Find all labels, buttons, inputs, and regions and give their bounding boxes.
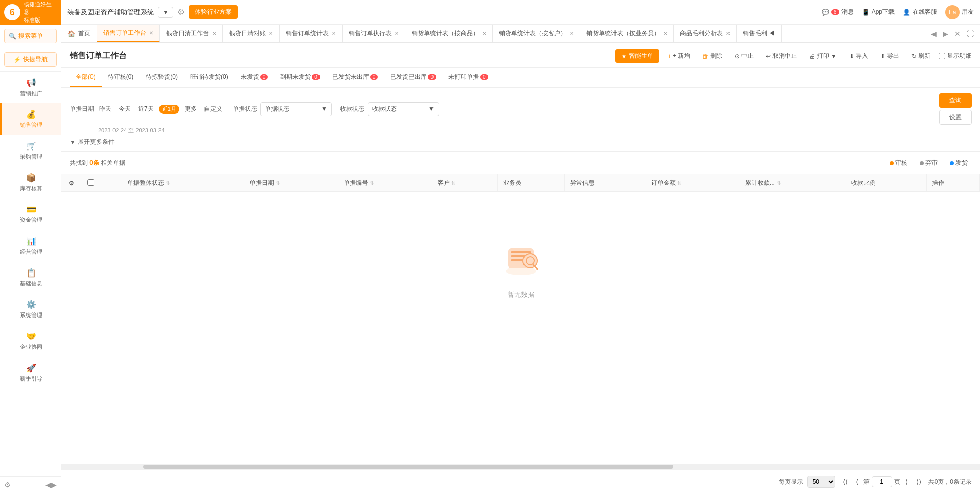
payment-select[interactable]: 收款状态 ▼ xyxy=(368,102,439,116)
date-more-btn[interactable]: 更多 xyxy=(183,104,199,115)
add-button[interactable]: + + 新增 xyxy=(664,50,694,62)
tab-close-cash-daily[interactable]: ✕ xyxy=(212,31,216,36)
sidebar-item-marketing[interactable]: 📢 营销推广 xyxy=(0,72,61,103)
experience-button[interactable]: 体验行业方案 xyxy=(189,5,238,19)
filter-tab-shipped-out[interactable]: 已发货已出库 0 xyxy=(384,68,442,87)
date-yesterday-btn[interactable]: 昨天 xyxy=(97,104,113,115)
user-menu-button[interactable]: Ea 用友 xyxy=(945,5,974,19)
tab-close-sales-exec[interactable]: ✕ xyxy=(395,31,399,36)
scrollbar-thumb[interactable] xyxy=(143,465,673,469)
tab-prev-button[interactable]: ◀ xyxy=(929,29,939,39)
app-download-button[interactable]: 📱 App下载 xyxy=(862,8,895,16)
tab-close-sales-stats[interactable]: ✕ xyxy=(332,31,336,36)
filter-tab-wangpu-pending[interactable]: 旺铺待发货(0) xyxy=(184,68,235,87)
service-icon: 👤 xyxy=(903,9,910,16)
tab-sales-salesperson[interactable]: 销货单统计表（按业务员） ✕ xyxy=(580,25,674,42)
print-button[interactable]: 🖨 打印 ▼ xyxy=(805,50,841,62)
sort-customer-icon[interactable]: ⇅ xyxy=(451,180,455,186)
filter-tab-shipped-not-out[interactable]: 已发货未出库 0 xyxy=(326,68,384,87)
show-detail-checkbox[interactable]: 显示明细 xyxy=(939,52,972,60)
page-input[interactable]: 1 xyxy=(872,476,892,487)
search-menu-button[interactable]: 🔍 搜索菜单 xyxy=(4,29,57,43)
tab-fullscreen-button[interactable]: ⛶ xyxy=(965,29,976,39)
system-dropdown-button[interactable]: ▼ xyxy=(158,7,173,18)
tab-close-cash-reconcile[interactable]: ✕ xyxy=(269,31,273,36)
stop-button[interactable]: ⊙ 中止 xyxy=(731,50,758,62)
filter-tab-all[interactable]: 全部(0) xyxy=(70,68,102,87)
quick-nav-button[interactable]: ⚡ 快捷导航 xyxy=(4,52,57,67)
prev-page-button[interactable]: ⟨ xyxy=(853,477,861,487)
expand-filter-button[interactable]: ▼ 展开更多条件 xyxy=(70,138,972,146)
tab-sales-customer[interactable]: 销货单统计表（按客户） ✕ xyxy=(493,25,580,42)
topbar-gear-button[interactable]: ⚙ xyxy=(177,7,185,17)
show-detail-input[interactable] xyxy=(939,53,945,59)
per-page-select[interactable]: 50 100 200 xyxy=(807,476,835,488)
tab-next-button[interactable]: ▶ xyxy=(941,29,950,39)
tab-home[interactable]: 🏠 首页 xyxy=(61,25,97,42)
tab-close-all-button[interactable]: ✕ xyxy=(952,29,963,39)
sort-amount-icon[interactable]: ⇅ xyxy=(677,180,681,186)
date-1month-badge[interactable]: 近1月 xyxy=(159,105,179,114)
tab-sales-order[interactable]: 销售订单工作台 ✕ xyxy=(97,25,160,42)
settings-bottom-button[interactable]: ⚙ xyxy=(4,481,11,489)
filter-tab-pending-check[interactable]: 待拣验货(0) xyxy=(140,68,184,87)
sort-number-icon[interactable]: ⇅ xyxy=(370,180,374,186)
refresh-button[interactable]: ↻ 刷新 xyxy=(907,50,935,62)
sort-received-icon[interactable]: ⇅ xyxy=(777,180,781,186)
date-today-btn[interactable]: 今天 xyxy=(117,104,133,115)
collapse-sidebar-button[interactable]: ◀▶ xyxy=(45,481,57,489)
tab-cash-reconcile[interactable]: 钱货日清对账 ✕ xyxy=(223,25,280,42)
tab-sales-exec[interactable]: 销售订单执行表 ✕ xyxy=(343,25,405,42)
sidebar-item-management[interactable]: 📊 经营管理 xyxy=(0,230,61,262)
tab-gross-profit[interactable]: 商品毛利分析表 ✕ xyxy=(674,25,737,42)
sidebar-item-cooperation[interactable]: 🤝 企业协同 xyxy=(0,325,61,357)
date-custom-btn[interactable]: 自定义 xyxy=(202,104,224,115)
status-select[interactable]: 单据状态 ▼ xyxy=(260,102,332,116)
tab-sales-stats[interactable]: 销售订单统计表 ✕ xyxy=(280,25,343,42)
sidebar: 6 畅捷通好生意 标准版 🔍 搜索菜单 ⚡ 快捷导航 📢 营销推广 💰 销售管理… xyxy=(0,0,61,493)
filter-tab-unprinted[interactable]: 未打印单据 0 xyxy=(442,68,494,87)
tab-sales-product[interactable]: 销货单统计表（按商品） ✕ xyxy=(405,25,493,42)
sidebar-item-purchase[interactable]: 🛒 采购管理 xyxy=(0,135,61,167)
export-button[interactable]: ⬆ 导出 xyxy=(876,50,903,62)
delete-button[interactable]: 🗑 删除 xyxy=(698,50,726,62)
tab-close-sales-product[interactable]: ✕ xyxy=(482,31,486,36)
sidebar-item-guide[interactable]: 🚀 新手引导 xyxy=(0,357,61,389)
sidebar-item-sales[interactable]: 💰 销售管理 xyxy=(0,103,61,135)
revoke-action-button[interactable]: 弃审 xyxy=(916,157,942,169)
sort-status-icon[interactable]: ⇅ xyxy=(166,180,170,186)
phone-icon: 📱 xyxy=(862,9,870,16)
audit-action-button[interactable]: 审核 xyxy=(885,157,911,169)
sidebar-item-system[interactable]: ⚙️ 系统管理 xyxy=(0,294,61,325)
filter-tab-unshipped[interactable]: 未发货 0 xyxy=(235,68,275,87)
date-7days-btn[interactable]: 近7天 xyxy=(136,104,156,115)
sidebar-item-finance[interactable]: 💳 资金管理 xyxy=(0,198,61,230)
tab-close-gross-profit[interactable]: ✕ xyxy=(726,31,730,36)
tab-close-sales-salesperson[interactable]: ✕ xyxy=(663,31,667,36)
tab-close-sales-customer[interactable]: ✕ xyxy=(569,31,574,36)
sidebar-item-inventory[interactable]: 📦 库存核算 xyxy=(0,167,61,198)
cancel-stop-button[interactable]: ↩ 取消中止 xyxy=(762,50,801,62)
tab-cash-daily[interactable]: 钱货日清工作台 ✕ xyxy=(160,25,223,42)
gear-icon[interactable]: ⚙ xyxy=(69,180,74,187)
query-button[interactable]: 查询 xyxy=(939,93,972,108)
ship-action-button[interactable]: 发货 xyxy=(946,157,972,169)
next-page-button[interactable]: ⟩ xyxy=(902,477,911,487)
last-page-button[interactable]: ⟩⟩ xyxy=(913,477,924,487)
horizontal-scrollbar[interactable] xyxy=(61,464,980,470)
main-content: 装备及固定资产辅助管理系统 ▼ ⚙ 体验行业方案 💬 6 消息 📱 App下载 … xyxy=(61,0,980,493)
set-button[interactable]: 设置 xyxy=(939,110,972,125)
select-all-checkbox[interactable] xyxy=(87,179,94,186)
sidebar-item-basic-info[interactable]: 📋 基础信息 xyxy=(0,262,61,294)
sort-date-icon[interactable]: ⇅ xyxy=(276,180,280,186)
status-select-arrow: ▼ xyxy=(321,105,327,113)
tab-close-sales-order[interactable]: ✕ xyxy=(149,30,153,36)
filter-tab-pending-audit[interactable]: 待审核(0) xyxy=(102,68,140,87)
smart-create-button[interactable]: ★ 智能生单 xyxy=(615,49,659,63)
message-button[interactable]: 💬 6 消息 xyxy=(822,8,854,16)
first-page-button[interactable]: ⟨⟨ xyxy=(839,477,851,487)
online-service-button[interactable]: 👤 在线客服 xyxy=(903,8,937,16)
filter-tab-overdue-unshipped[interactable]: 到期未发货 0 xyxy=(274,68,326,87)
tab-sales-gross[interactable]: 销售毛利 ◀ xyxy=(737,25,782,42)
import-button[interactable]: ⬇ 导入 xyxy=(845,50,872,62)
